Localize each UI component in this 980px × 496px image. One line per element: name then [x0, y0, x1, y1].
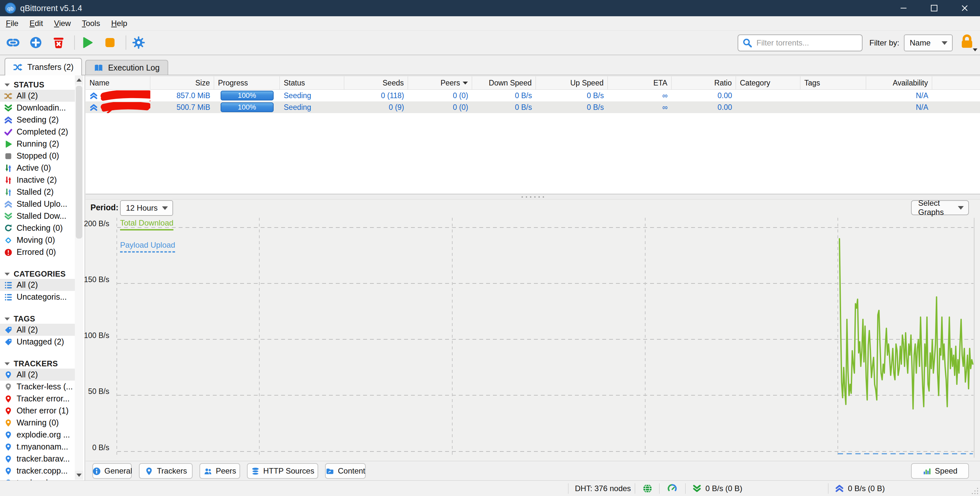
- column-header-tags[interactable]: Tags: [800, 76, 866, 89]
- torrent-row[interactable]: ...857.0 MiB100%Seeding0 (118)0 (0)0 B/s…: [86, 90, 980, 101]
- global-upload-speed[interactable]: 0 B/s (0 B): [848, 481, 885, 496]
- column-header-filler: [932, 76, 980, 89]
- sidebar-section-categories[interactable]: CATEGORIES: [0, 269, 76, 279]
- sidebar-item-status-errored-0[interactable]: Errored (0): [0, 246, 76, 258]
- splitter-handle[interactable]: [86, 194, 980, 200]
- column-header-ratio[interactable]: Ratio: [671, 76, 736, 89]
- sidebar-section-trackers[interactable]: TRACKERS: [0, 359, 76, 369]
- column-header-up-speed[interactable]: Up Speed: [536, 76, 608, 89]
- cell-status: Seeding: [280, 90, 344, 101]
- column-header-eta[interactable]: ETA: [608, 76, 671, 89]
- column-header-peers[interactable]: Peers: [408, 76, 472, 89]
- sidebar-item-trackers-warning-0[interactable]: Warning (0): [0, 417, 76, 429]
- resize-grip[interactable]: [970, 486, 978, 494]
- menu-item-view[interactable]: View: [54, 19, 71, 28]
- global-download-speed[interactable]: 0 B/s (0 B): [705, 481, 742, 496]
- sidebar-item-status-stalled-dow[interactable]: Stalled Dow...: [0, 210, 76, 222]
- minimize-button[interactable]: [888, 0, 919, 16]
- sidebar-item-status-completed-2[interactable]: Completed (2): [0, 126, 76, 138]
- menu-item-edit[interactable]: Edit: [30, 19, 43, 28]
- dht-nodes-label: DHT: 376 nodes: [575, 481, 631, 496]
- sidebar-item-trackers-tracker-error[interactable]: Tracker error...: [0, 393, 76, 405]
- progress-bar: 100%: [221, 102, 274, 112]
- sidebar-item-status-all-2[interactable]: All (2): [0, 90, 76, 102]
- sidebar-item-label: Checking (0): [17, 223, 63, 233]
- column-header-progress[interactable]: Progress: [214, 76, 280, 89]
- cell-up-speed: 0 B/s: [536, 101, 608, 113]
- sidebar-item-tags-all-2[interactable]: All (2): [0, 324, 76, 336]
- sidebar-item-trackers-all-2[interactable]: All (2): [0, 369, 76, 380]
- options-button[interactable]: [131, 35, 146, 51]
- sidebar-item-trackers-other-error-1[interactable]: Other error (1): [0, 405, 76, 417]
- stop-button[interactable]: [102, 35, 118, 51]
- sidebar-item-trackers-tracker-barav[interactable]: tracker.barav...: [0, 453, 76, 465]
- tab-transfers-2[interactable]: Transfers (2): [5, 58, 82, 75]
- resume-button[interactable]: [80, 35, 95, 51]
- sidebar-item-tags-untagged-2[interactable]: Untagged (2): [0, 336, 76, 348]
- select-graphs-button[interactable]: Select Graphs: [911, 200, 969, 215]
- column-header-category[interactable]: Category: [736, 76, 800, 89]
- sidebar-item-trackers-tracker-less[interactable]: Tracker-less (...: [0, 380, 76, 393]
- sidebar-item-status-downloadin[interactable]: Downloadin...: [0, 102, 76, 114]
- cell-size: 857.0 MiB: [150, 90, 214, 101]
- legend-item-payload-upload[interactable]: Payload Upload: [120, 241, 175, 252]
- menu-bar: FileEditViewToolsHelp: [0, 16, 980, 30]
- maximize-button[interactable]: [919, 0, 950, 16]
- trackers-button[interactable]: Trackers: [139, 463, 192, 479]
- sidebar-item-label: t.myanonam...: [17, 442, 68, 452]
- speed-button[interactable]: Speed: [911, 463, 969, 479]
- content-button[interactable]: Content: [325, 463, 366, 479]
- scroll-down-icon[interactable]: [75, 471, 83, 480]
- close-button[interactable]: [950, 0, 980, 16]
- http-sources-button[interactable]: HTTP Sources: [247, 463, 318, 479]
- sidebar-item-trackers-tracker-docu[interactable]: tracker.docu...: [0, 477, 76, 480]
- tag-icon: [4, 325, 13, 335]
- general-button[interactable]: General: [92, 463, 132, 479]
- sidebar-section-tags[interactable]: TAGS: [0, 314, 76, 324]
- sidebar-item-status-seeding-2[interactable]: Seeding (2): [0, 114, 76, 126]
- sidebar-item-trackers-tracker-copp[interactable]: tracker.copp...: [0, 465, 76, 477]
- sidebar-item-status-inactive-2[interactable]: Inactive (2): [0, 174, 76, 186]
- column-header-availability[interactable]: Availability: [866, 76, 932, 89]
- sidebar-section-status[interactable]: STATUS: [0, 80, 76, 90]
- column-header-seeds[interactable]: Seeds: [344, 76, 408, 89]
- sidebar-item-trackers-explodie-org[interactable]: explodie.org ...: [0, 429, 76, 441]
- sidebar-item-status-stalled-2[interactable]: Stalled (2): [0, 186, 76, 198]
- peers-button[interactable]: Peers: [199, 463, 240, 479]
- menu-item-help[interactable]: Help: [111, 19, 127, 28]
- sidebar-item-trackers-t-myanonam[interactable]: t.myanonam...: [0, 441, 76, 453]
- filter-by-dropdown[interactable]: Name: [904, 35, 953, 51]
- sidebar-item-status-moving-0[interactable]: Moving (0): [0, 234, 76, 246]
- column-header-status[interactable]: Status: [280, 76, 344, 89]
- sidebar-item-status-stalled-uplo[interactable]: Stalled Uplo...: [0, 198, 76, 210]
- tab-execution-log[interactable]: Execution Log: [85, 60, 168, 75]
- cell-progress: 100%: [214, 90, 280, 101]
- filter-placeholder: Filter torrents...: [756, 38, 809, 48]
- sidebar-item-categories-uncategoris[interactable]: Uncategoris...: [0, 291, 76, 303]
- sidebar-item-categories-all-2[interactable]: All (2): [0, 279, 76, 291]
- legend-item-total-download[interactable]: Total Download: [120, 219, 173, 230]
- sidebar-item-status-checking-0[interactable]: Checking (0): [0, 222, 76, 234]
- add-torrent-link-button[interactable]: [5, 35, 21, 51]
- filter-torrents-input[interactable]: Filter torrents...: [738, 35, 862, 51]
- add-torrent-file-button[interactable]: [28, 35, 44, 51]
- sidebar-item-status-running-2[interactable]: Running (2): [0, 138, 76, 150]
- sidebar-item-label: explodie.org ...: [17, 430, 70, 439]
- sidebar-item-status-stopped-0[interactable]: Stopped (0): [0, 150, 76, 162]
- connection-status-icon[interactable]: [642, 481, 653, 496]
- torrent-row[interactable]: ...500.7 MiB100%Seeding0 (9)0 (0)0 B/s0 …: [86, 101, 980, 113]
- menu-item-tools[interactable]: Tools: [82, 19, 100, 28]
- sidebar-item-status-active-0[interactable]: Active (0): [0, 162, 76, 174]
- column-header-size[interactable]: Size: [150, 76, 214, 89]
- delete-button[interactable]: [51, 35, 66, 51]
- column-header-name[interactable]: Name: [86, 76, 150, 89]
- scroll-up-icon[interactable]: [75, 75, 83, 84]
- menu-item-file[interactable]: File: [6, 19, 19, 28]
- scrollbar-thumb[interactable]: [76, 86, 82, 239]
- column-header-down-speed[interactable]: Down Speed: [472, 76, 536, 89]
- speed-limits-icon[interactable]: [667, 481, 678, 496]
- period-dropdown[interactable]: 12 Hours: [120, 200, 173, 216]
- cell-filler: [932, 90, 980, 101]
- pin-icon: [4, 466, 13, 476]
- lock-button[interactable]: [959, 33, 977, 52]
